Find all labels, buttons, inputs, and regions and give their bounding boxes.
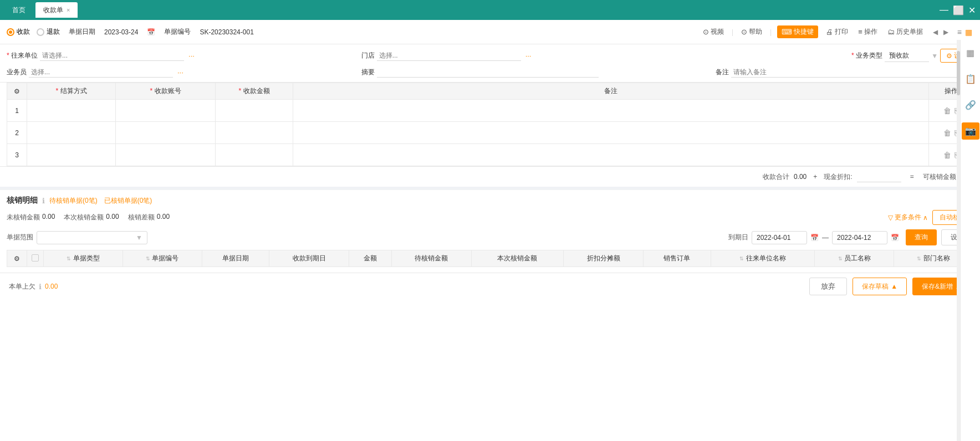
can-collect-label: 可核销金额 [923,172,956,182]
due-date-from-input[interactable] [752,231,807,244]
more-conditions-label: 更多条件 [895,213,921,222]
nav-prev-icon[interactable]: ◀ [931,27,940,37]
operation-btn[interactable]: ≡ 操作 [856,26,880,38]
business-type-select[interactable]: 预收款 ▼ [885,50,938,62]
this-bill-label: 本单上欠 [9,282,35,291]
help-btn[interactable]: ⊙ 帮助 [739,26,764,38]
row-1-remark[interactable] [293,100,929,122]
store-more-btn[interactable]: ··· [523,52,534,60]
radio-return-circle [37,28,44,36]
hexiao-info-icon[interactable]: ℹ [42,197,45,205]
hexiao-col-settings[interactable]: ⚙ [7,250,27,267]
store-input[interactable] [377,50,521,61]
hexiao-stats-row: 未核销金额 0.00 本次核销金额 0.00 核销差额 0.00 ▽ 更多条件 … [7,210,973,225]
hexiao-tab-pending[interactable]: 待核销单据(0笔) [49,196,98,206]
bill-range-dropdown-icon[interactable]: ▼ [136,234,142,242]
row-3-remark[interactable] [293,144,929,166]
row-2-delete-icon[interactable]: 🗑 [943,129,951,137]
table-col-settings[interactable]: ⚙ [7,83,27,100]
row-1-delete-icon[interactable]: 🗑 [943,106,951,115]
scroll-thumb[interactable] [957,51,960,95]
history-btn[interactable]: 🗂 历史单据 [885,26,925,38]
operation-icon: ≡ [858,28,862,36]
unchecked-label: 未核销金额 [7,213,40,222]
side-link-icon[interactable]: 🔗 [962,96,979,114]
video-btn[interactable]: ⊙ 视频 [701,26,726,38]
row-3-payment[interactable] [27,144,116,166]
due-date-from-calendar-icon[interactable]: 📅 [810,234,819,242]
bill-range-label: 单据范围 [7,233,33,242]
form-row-2: 业务员 ··· 摘要 备注 [7,67,973,78]
collect-total-value: 0.00 [794,173,807,181]
table-col-account: * 收款账号 [116,83,216,100]
business-type-dropdown-icon[interactable]: ▼ [931,52,938,60]
save-draft-dropdown-icon[interactable]: ▲ [891,283,897,290]
window-restore-icon[interactable]: ⬜ [953,5,964,16]
radio-receive[interactable]: 收款 [7,27,30,37]
view-list-icon[interactable]: ≡ [956,27,963,38]
diff-stat: 核销差额 0.00 [128,213,170,222]
save-draft-btn[interactable]: 保存草稿 ▲ [853,278,907,295]
business-type-label: 业务类型 [851,51,882,60]
keyboard-icon: ⌨ [782,28,792,36]
video-icon: ⊙ [703,28,709,36]
more-conditions-btn[interactable]: ▽ 更多条件 ∧ [888,213,928,222]
tab-home[interactable]: 首页 [4,2,33,18]
staff-more-btn[interactable]: ··· [175,68,186,76]
counterpart-more-btn[interactable]: ··· [186,52,197,60]
row-1-account[interactable] [116,100,216,122]
tab-active[interactable]: 收款单 × [35,2,78,18]
hexiao-section: 核销明细 ℹ 待核销单据(0笔) 已核销单据(0笔) 未核销金额 0.00 本次… [0,187,980,273]
shortcut-btn[interactable]: ⌨ 快捷键 [777,25,818,38]
discount-label: 现金折扣: [824,172,852,182]
table-row: 3 🗑 ⎘ [7,144,973,166]
this-bill-info-icon[interactable]: ℹ [39,283,42,291]
table-settings-icon[interactable]: ⚙ [14,88,20,95]
row-3-delete-icon[interactable]: 🗑 [943,151,951,160]
row-2-payment[interactable] [27,122,116,144]
form-row-1: 往来单位 ··· 门店 ··· 业务类型 预收款 ▼ ⚙ [7,49,973,63]
window-minimize-icon[interactable]: — [940,5,948,16]
abandon-btn[interactable]: 放弃 [809,278,847,295]
hexiao-col-discount: 折扣分摊额 [564,250,644,267]
nav-next-icon[interactable]: ▶ [941,27,951,37]
summary-input[interactable] [377,67,599,78]
staff-input[interactable] [29,67,173,78]
hexiao-col-checkbox[interactable] [27,250,44,267]
hexiao-tab-done[interactable]: 已核销单据(0笔) [104,196,152,206]
radio-return[interactable]: 退款 [37,27,60,37]
due-date-to-calendar-icon[interactable]: 📅 [891,234,899,242]
remark-input[interactable] [731,67,973,78]
history-icon: 🗂 [887,28,895,36]
select-all-checkbox[interactable] [32,254,39,261]
side-table-icon[interactable]: ▦ [963,44,978,61]
discount-input[interactable] [857,171,901,182]
row-2-remark[interactable] [293,122,929,144]
bill-date-calendar-icon[interactable]: 📅 [147,28,155,36]
hexiao-table: ⚙ ⇅ 单据类型 ⇅ 单据编号 单据日期 [7,250,973,267]
row-1-payment[interactable] [27,100,116,122]
counterpart-input[interactable] [40,50,184,61]
window-close-icon[interactable]: ✕ [968,5,976,16]
row-2-amount[interactable] [216,122,293,144]
radio-receive-label: 收款 [17,27,30,37]
row-3-amount[interactable] [216,144,293,166]
view-grid-icon[interactable]: ▦ [964,27,973,38]
staff-label: 业务员 [7,68,27,77]
row-2-account[interactable] [116,122,216,144]
scroll-indicator[interactable] [957,40,960,441]
staff-field: 业务员 ··· [7,67,350,78]
print-btn[interactable]: 🖨 打印 [824,26,850,38]
tab-close-icon[interactable]: × [67,7,70,13]
row-3-account[interactable] [116,144,216,166]
side-camera-icon[interactable]: 📷 [962,122,979,140]
counterpart-label: 往来单位 [7,51,38,60]
save-new-label: 保存&新增 [922,282,953,291]
due-date-to-input[interactable] [832,231,887,244]
side-doc-icon[interactable]: 📋 [962,70,979,88]
chevron-up-icon: ∧ [923,214,928,222]
bill-range-select[interactable]: ▼ [37,231,147,244]
hexiao-col-staff: ⇅ 员工名称 [815,250,894,267]
query-btn[interactable]: 查询 [906,229,937,245]
row-1-amount[interactable] [216,100,293,122]
